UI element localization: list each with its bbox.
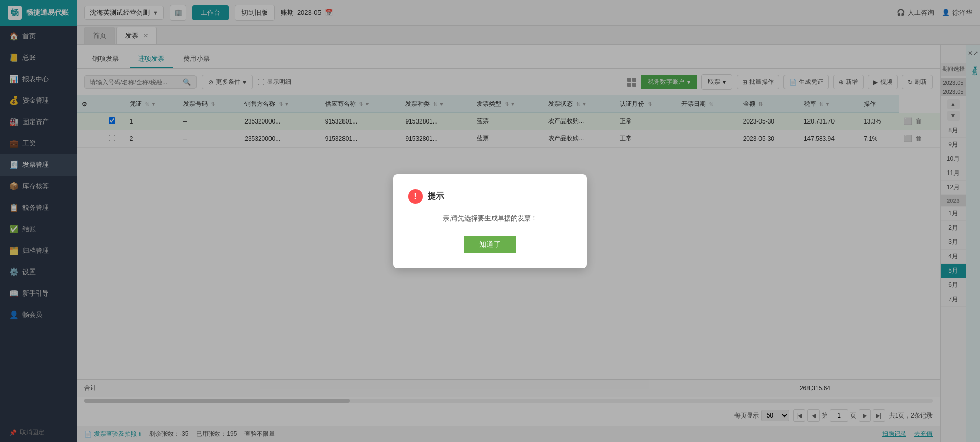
dialog-overlay: ! 提示 亲,请先选择要生成单据的发票！ 知道了	[0, 0, 980, 442]
dialog-confirm-button[interactable]: 知道了	[464, 236, 516, 253]
dialog-header: ! 提示	[408, 189, 572, 204]
dialog-footer: 知道了	[408, 236, 572, 253]
dialog-warning-icon: !	[408, 189, 423, 204]
dialog-message: 亲,请先选择要生成单据的发票！	[408, 214, 572, 223]
dialog-box: ! 提示 亲,请先选择要生成单据的发票！ 知道了	[393, 174, 587, 268]
dialog-title: 提示	[428, 191, 444, 202]
